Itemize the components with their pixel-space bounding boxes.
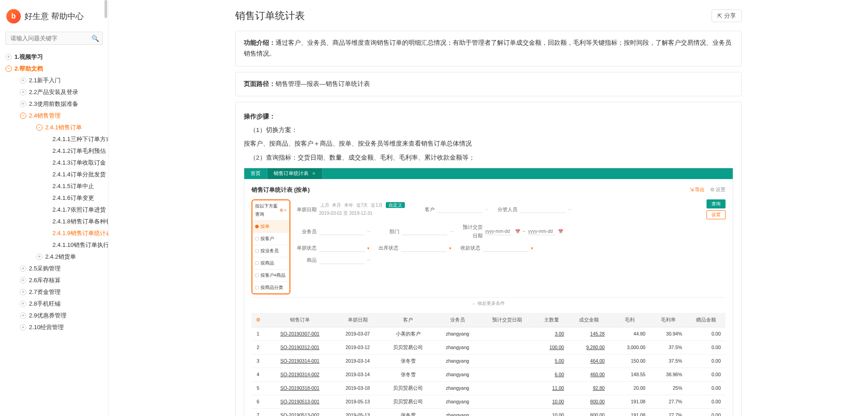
search-icon[interactable]: 🔍	[91, 35, 99, 42]
nav-item[interactable]: +2.9优惠券管理	[13, 310, 104, 321]
expand-icon[interactable]: +	[20, 101, 26, 107]
ss1-tab-home[interactable]: 首页	[244, 168, 267, 179]
order-link[interactable]: SO-20190318-001	[280, 385, 319, 391]
filter-expected-label: 预计交货日期	[461, 223, 483, 240]
collapse-icon[interactable]: −	[5, 66, 12, 72]
nav-item[interactable]: −2.4销售管理	[13, 110, 104, 122]
collapse-filters[interactable]: ︿ 收起更多条件	[251, 297, 726, 309]
nav-item[interactable]: 2.4.1.2订单毛利预估	[31, 145, 104, 157]
path-text: 销售管理—报表—销售订单统计表	[275, 80, 370, 87]
table-cell: SO-20190318-001	[265, 381, 335, 395]
table-cell: zhangyang	[436, 327, 479, 341]
nav-item-label: 2.4.1.6订单变更	[52, 192, 94, 204]
table-cell: 张冬雪	[380, 408, 435, 416]
embedded-screenshot-1: 首页 销售订单统计表 ✕ 销售订单统计表 (按单) ⇲导出 ⚙设置	[244, 168, 733, 416]
share-button[interactable]: ⇱ 分享	[711, 9, 742, 22]
expand-icon[interactable]: +	[20, 289, 26, 295]
nav-item[interactable]: 2.4.1.5订单中止	[31, 180, 104, 192]
nav-item[interactable]: +2.1新手入门	[13, 75, 104, 86]
table-cell: 0.00	[687, 327, 725, 341]
salesman-input[interactable]	[319, 228, 365, 235]
scheme-option[interactable]: 按客户+商品	[252, 269, 289, 282]
status-input[interactable]	[319, 245, 365, 252]
expand-icon[interactable]: +	[20, 277, 26, 284]
scheme-option[interactable]: 按商品	[252, 257, 289, 269]
nav-item[interactable]: −2.帮助文档	[4, 63, 104, 75]
expand-icon[interactable]: +	[20, 324, 26, 331]
nav-item-label: 2.帮助文档	[14, 63, 43, 75]
scheme-add-icon[interactable]: ⊕	[280, 206, 283, 214]
expand-icon[interactable]: +	[20, 312, 26, 319]
nav-item[interactable]: 2.4.1.3订单收取订金，销货单	[31, 157, 104, 169]
nav-item[interactable]: 2.4.1.6订单变更	[31, 192, 104, 204]
nav-item[interactable]: +2.2产品安装及登录	[13, 86, 104, 98]
ss1-title: 销售订单统计表 (按单)	[251, 184, 310, 195]
scheme-collapse-icon[interactable]: «	[284, 206, 287, 214]
nav-item[interactable]: 2.4.1.1三种下订单方式	[31, 133, 104, 145]
customer-input[interactable]	[437, 206, 483, 213]
table-cell: zhangyang	[436, 341, 479, 355]
nav-item[interactable]: 2.4.1.9销售订单统计表	[31, 227, 104, 239]
nav-item[interactable]: +2.7资金管理	[13, 286, 104, 298]
collapse-icon[interactable]: −	[36, 124, 43, 131]
product-input[interactable]	[319, 257, 365, 264]
nav-item[interactable]: 2.4.1.7依照订单进货	[31, 204, 104, 216]
order-link[interactable]: SO-20190314-002	[280, 372, 319, 377]
order-link[interactable]: SO-20190513-002	[280, 412, 319, 416]
nav-item[interactable]: +2.6库存核算	[13, 274, 104, 286]
custom-date-button[interactable]: 自定义	[386, 202, 405, 208]
scheme-option[interactable]: 按单	[252, 221, 289, 233]
order-link[interactable]: SO-20190307-001	[280, 331, 319, 336]
scheme-option[interactable]: 按客户	[252, 233, 289, 245]
brand-logo: b	[6, 9, 21, 24]
order-link[interactable]: SO-20190312-001	[280, 345, 319, 350]
search-input[interactable]	[5, 32, 103, 45]
table-cell: 38.96%	[650, 368, 687, 382]
expand-icon[interactable]: +	[20, 89, 26, 95]
expand-icon[interactable]: +	[20, 265, 26, 272]
close-icon[interactable]: ✕	[312, 170, 316, 177]
table-cell: 191.08	[609, 395, 650, 408]
nav-item[interactable]: +2.10经营管理	[13, 321, 104, 333]
gear-icon[interactable]: ⚙	[256, 317, 261, 322]
filter-customer-label: 客户	[413, 205, 435, 214]
manager-input[interactable]	[520, 206, 565, 213]
ss1-tab-active[interactable]: 销售订单统计表 ✕	[267, 168, 323, 179]
config-button[interactable]: 设置	[707, 210, 726, 219]
paystatus-input[interactable]	[483, 245, 528, 252]
nav-item-label: 2.4.1销售订单	[45, 122, 82, 133]
query-button[interactable]: 查询	[707, 199, 726, 208]
ss1-tab-active-label: 销售订单统计表	[274, 169, 308, 178]
order-link[interactable]: SO-20190513-001	[280, 399, 319, 404]
table-row: 7SO-20190513-0022019-05-13张冬雪zhangyang10…	[251, 408, 726, 416]
scheme-option[interactable]: 按业务员	[252, 245, 289, 257]
export-button[interactable]: ⇲导出	[690, 185, 705, 194]
nav-item[interactable]: +2.5采购管理	[13, 263, 104, 274]
dept-input[interactable]	[402, 228, 447, 235]
expand-icon[interactable]: +	[36, 254, 43, 260]
table-cell: SO-20190307-001	[265, 327, 335, 341]
expand-icon[interactable]: +	[20, 301, 26, 307]
nav-item[interactable]: +2.8手机旺铺	[13, 298, 104, 310]
settings-button[interactable]: ⚙设置	[710, 185, 726, 194]
scheme-option[interactable]: 按商品分类	[252, 282, 289, 293]
order-link[interactable]: SO-20190314-001	[280, 358, 319, 364]
nav-item[interactable]: −2.4.1销售订单	[22, 122, 104, 133]
nav-item[interactable]: +2.3使用前数据准备	[13, 98, 104, 110]
nav-item[interactable]: 2.4.1.10销售订单执行表	[31, 239, 104, 251]
table-cell: 小美的客户	[380, 327, 435, 341]
outstatus-input[interactable]	[401, 245, 446, 252]
nav-item[interactable]: 2.4.1.8销售订单各种状态	[31, 216, 104, 227]
expand-icon[interactable]: +	[5, 54, 12, 60]
collapse-icon[interactable]: −	[20, 113, 26, 119]
table-cell: 2019-05-13	[335, 408, 380, 416]
table-cell: 张冬雪	[380, 355, 435, 368]
table-cell: 0.00	[687, 395, 725, 408]
nav-item[interactable]: 2.4.1.4订单分批发货	[31, 169, 104, 180]
nav-item[interactable]: +2.4.2销货单	[22, 251, 104, 263]
expand-icon[interactable]: +	[20, 77, 26, 84]
expected-to-input[interactable]	[528, 228, 555, 235]
expected-from-input[interactable]	[485, 228, 512, 235]
nav-item[interactable]: +1.视频学习	[4, 51, 104, 63]
table-cell: 464.00	[569, 355, 609, 368]
